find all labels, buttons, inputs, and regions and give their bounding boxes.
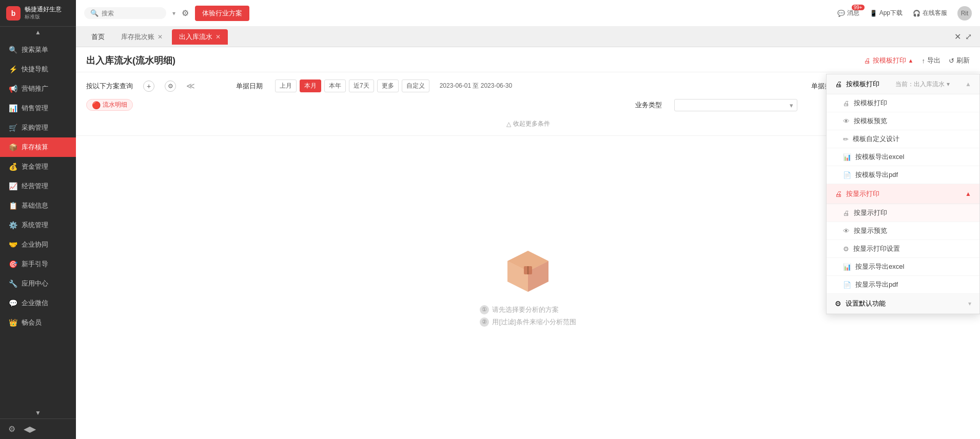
tab-batch-close[interactable]: ✕ [158, 33, 163, 41]
date-btn-more[interactable]: 更多 [377, 79, 399, 92]
date-filter-group: 上月 本月 本年 近7天 更多 自定义 [275, 79, 429, 92]
search-icon: 🔍 [90, 9, 99, 17]
message-button[interactable]: 💬 消息 99+ [837, 9, 859, 17]
filter-settings-button[interactable]: ⚙ [165, 81, 176, 92]
sidebar-item-label: 基础信息 [22, 201, 48, 210]
page-content: 出入库流水(流水明细) 🖨 按模板打印 ▲ ↑ 导出 ↺ 刷新 [76, 47, 980, 439]
message-badge: 99+ [852, 5, 865, 10]
display-preview-item[interactable]: 👁 按显示预览 [827, 222, 979, 240]
sidebar-item-wechat[interactable]: 💬 企业微信 [0, 293, 76, 313]
sidebar-bottom: ⚙ ◀▶ [0, 418, 76, 439]
sidebar-item-finance[interactable]: 💰 资金管理 [0, 157, 76, 176]
display-print-section-header[interactable]: 🖨 按显示打印 ▲ [827, 184, 979, 204]
close-all-tabs-button[interactable]: ✕ [954, 32, 961, 42]
search-input[interactable] [102, 10, 153, 17]
expand-button[interactable]: ⤢ [965, 32, 972, 42]
display-pdf-icon: 📄 [843, 281, 851, 289]
sidebar-item-label: 新手引导 [22, 260, 48, 269]
date-range-text: 2023-06-01 至 2023-06-30 [440, 82, 512, 90]
excel-item-icon: 📊 [843, 153, 851, 161]
header-search-chevron[interactable]: ▾ [172, 10, 175, 17]
filter-collapse-icon[interactable]: ≪ [186, 81, 195, 91]
business-type-label: 业务类型 [635, 101, 664, 110]
tab-home[interactable]: 首页 [84, 29, 112, 45]
headset-icon: 🎧 [913, 10, 920, 17]
tab-batch-label: 库存批次账 [121, 32, 154, 42]
printer-section-icon: 🖨 [835, 80, 842, 88]
settings-bottom-icon[interactable]: ⚙ [8, 424, 15, 434]
operations-icon: 📈 [8, 182, 17, 190]
display-excel-icon: 📊 [843, 263, 851, 271]
user-profile-button[interactable]: Rit [957, 6, 972, 21]
tab-flow-close[interactable]: ✕ [215, 33, 221, 41]
business-type-select[interactable] [674, 99, 797, 111]
sidebar-item-purchase[interactable]: 🛒 采购管理 [0, 118, 76, 137]
sidebar-scroll-up[interactable]: ▲ [0, 27, 76, 38]
sidebar-item-guide[interactable]: 🎯 新手引导 [0, 254, 76, 274]
header-search-box[interactable]: 🔍 [84, 7, 166, 19]
display-print-item-icon: 🖨 [843, 209, 850, 217]
tab-flow[interactable]: 出入库流水 ✕ [172, 29, 228, 45]
template-export-excel-item[interactable]: 📊 按模板导出excel [827, 148, 979, 166]
hint-num-2: ② [480, 317, 489, 327]
display-print-settings-item[interactable]: ⚙ 按显示打印设置 [827, 240, 979, 258]
default-function-section-header[interactable]: ⚙ 设置默认功能 ▾ [827, 294, 979, 314]
date-btn-current-year[interactable]: 本年 [324, 79, 346, 92]
sidebar-item-enterprise[interactable]: 🤝 企业协同 [0, 235, 76, 254]
display-print-item[interactable]: 🖨 按显示打印 [827, 204, 979, 222]
template-export-pdf-item[interactable]: 📄 按模板导出pdf [827, 166, 979, 184]
collapse-sidebar-icon[interactable]: ◀▶ [24, 424, 36, 434]
display-section-chevron: ▲ [965, 190, 971, 197]
basics-icon: 📋 [8, 202, 17, 210]
hint-text-2: 用[过滤]条件来缩小分析范围 [492, 317, 576, 327]
sidebar-item-search[interactable]: 🔍 搜索菜单 [0, 40, 76, 59]
display-export-excel-item[interactable]: 📊 按显示导出excel [827, 258, 979, 276]
sidebar-item-inventory[interactable]: 📦 库存核算 [0, 137, 76, 157]
collapse-filter-button[interactable]: △ 收起更多条件 [506, 119, 550, 128]
template-print-title: 🖨 按模板打印 [835, 79, 879, 89]
default-section-chevron: ▾ [968, 300, 971, 307]
template-preview-item[interactable]: 👁 按模板预览 [827, 112, 979, 130]
date-btn-last-month[interactable]: 上月 [275, 79, 297, 92]
empty-hints: ① 请先选择要分析的方案 ② 用[过滤]条件来缩小分析范围 [480, 305, 576, 330]
display-export-excel-label: 按显示导出excel [855, 262, 904, 271]
pdf-item-icon: 📄 [843, 171, 851, 179]
template-export-excel-label: 按模板导出excel [855, 152, 904, 162]
window-controls: ✕ ⤢ [954, 32, 972, 42]
date-btn-current-month[interactable]: 本月 [300, 79, 321, 92]
sidebar-item-basics[interactable]: 📋 基础信息 [0, 196, 76, 215]
sidebar-item-operations[interactable]: 📈 经营管理 [0, 176, 76, 196]
app-download-label: App下载 [879, 9, 903, 17]
date-btn-last-7[interactable]: 近7天 [349, 79, 374, 92]
sidebar-scroll-down[interactable]: ▼ [0, 407, 76, 418]
export-button[interactable]: ↑ 导出 [922, 56, 941, 65]
print-template-button[interactable]: 🖨 按模板打印 ▲ [864, 56, 914, 65]
filter-add-button[interactable]: + [143, 81, 154, 92]
sidebar-item-app-center[interactable]: 🔧 应用中心 [0, 274, 76, 293]
display-export-pdf-item[interactable]: 📄 按显示导出pdf [827, 276, 979, 294]
header-gear-icon[interactable]: ⚙ [182, 8, 189, 18]
template-custom-item[interactable]: ✏ 模板自定义设计 [827, 130, 979, 148]
search-nav-icon: 🔍 [8, 46, 17, 54]
sidebar-item-quick-nav[interactable]: ⚡ 快捷导航 [0, 59, 76, 79]
online-service-button[interactable]: 🎧 在线客服 [913, 9, 947, 17]
template-preview-item-label: 按模板预览 [854, 116, 887, 126]
active-filter-tag[interactable]: 🔴 流水明细 [86, 99, 133, 111]
template-print-item[interactable]: 🖨 按模板打印 [827, 94, 979, 112]
sidebar-item-label: 系统管理 [22, 221, 48, 230]
sidebar-item-sales[interactable]: 📊 销售管理 [0, 98, 76, 118]
main-area: 🔍 ▾ ⚙ 体验行业方案 💬 消息 99+ 📱 App下载 🎧 在线客服 [76, 0, 980, 439]
app-download-button[interactable]: 📱 App下载 [870, 9, 903, 17]
display-export-pdf-label: 按显示导出pdf [855, 280, 898, 289]
trial-button[interactable]: 体验行业方案 [195, 6, 249, 21]
sidebar-item-vip[interactable]: 👑 畅会员 [0, 313, 76, 332]
sales-icon: 📊 [8, 104, 17, 112]
sidebar-item-system[interactable]: ⚙️ 系统管理 [0, 215, 76, 235]
default-function-icon: ⚙ [835, 300, 841, 308]
template-export-pdf-label: 按模板导出pdf [855, 170, 898, 179]
tab-batch[interactable]: 库存批次账 ✕ [114, 29, 170, 45]
template-print-section-header[interactable]: 🖨 按模板打印 当前：出入库流水 ▾ ▲ [827, 74, 979, 94]
refresh-button[interactable]: ↺ 刷新 [949, 56, 970, 65]
sidebar-item-marketing[interactable]: 📢 营销推广 [0, 79, 76, 98]
date-btn-custom[interactable]: 自定义 [402, 79, 429, 92]
